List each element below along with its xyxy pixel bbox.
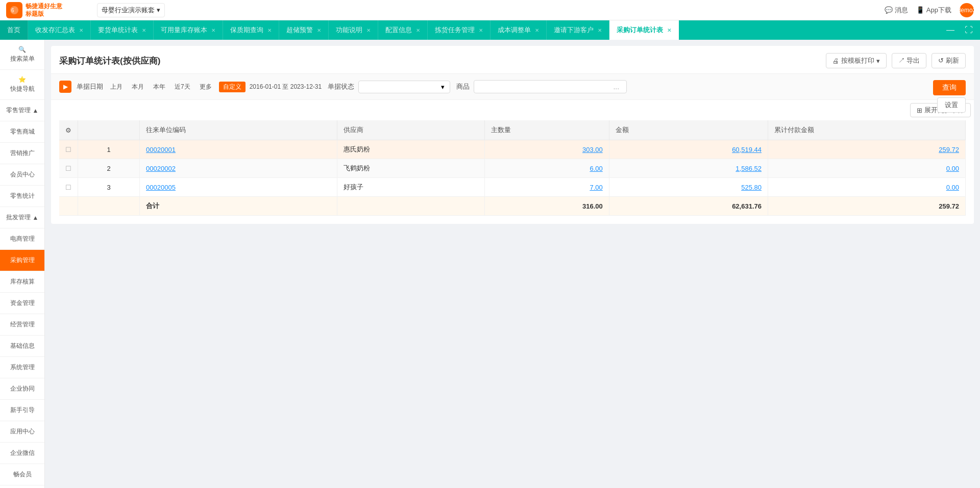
tab-home[interactable]: 首页 [0,20,28,40]
close-icon[interactable]: ✕ [598,28,602,33]
sidebar: 🔍 搜索菜单 ⭐ 快捷导航 零售管理 ▲ 零售商城 营销推广 会员中心 零售统计… [0,40,45,488]
tab-cost-adjust[interactable]: 成本调整单 ✕ [491,20,547,40]
query-button[interactable]: 查询 [933,80,966,95]
tab-pick-task[interactable]: 拣货任务管理 ✕ [428,20,491,40]
close-icon[interactable]: ✕ [416,28,420,33]
top-bar-right: 💬 消息 📱 App下载 demo2 [885,3,974,17]
goods-select[interactable]: ... [474,80,627,93]
col-settings[interactable]: ⚙ [59,120,78,140]
tab-purchase-summary[interactable]: 采购订单统计表 ✕ [609,20,679,40]
table-row[interactable]: ☐ 3 00020005 好孩子 7.00 525.80 0.00 [59,178,966,197]
footer-label: 合计 [140,197,337,216]
sidebar-item-app-center[interactable]: 应用中心 [0,421,44,443]
avatar[interactable]: demo2 [960,3,974,17]
supplier-code[interactable]: 00020002 [140,159,337,178]
sidebar-item-ecommerce[interactable]: 电商管理 [0,228,44,250]
sidebar-item-enterprise-collab[interactable]: 企业协同 [0,378,44,400]
sidebar-item-operation[interactable]: 经营管理 [0,314,44,336]
sidebar-item-retail-stat[interactable]: 零售统计 [0,186,44,207]
this-month-btn[interactable]: 本月 [129,82,147,92]
sidebar-item-inventory[interactable]: 库存核算 [0,271,44,293]
main-layout: 🔍 搜索菜单 ⭐ 快捷导航 零售管理 ▲ 零售商城 营销推广 会员中心 零售统计… [0,40,980,488]
tab-overstock-warning[interactable]: 超储预警 ✕ [279,20,329,40]
sidebar-item-basic[interactable]: 基础信息 [0,336,44,357]
amount[interactable]: 525.80 [609,178,768,197]
supplier-code[interactable]: 00020001 [140,140,337,159]
close-icon[interactable]: ✕ [267,28,272,33]
tab-func-desc[interactable]: 功能说明 ✕ [329,20,378,40]
sidebar-item-newbie[interactable]: 新手引导 [0,400,44,421]
more-date-btn[interactable]: 更多 [197,82,215,92]
last-month-btn[interactable]: 上月 [107,82,126,92]
date-custom-tag[interactable]: 自定义 [219,82,246,92]
table-footer-row: 合计 316.00 62,631.76 259.72 [59,197,966,216]
close-icon[interactable]: ✕ [535,28,539,33]
col-amount: 金额 [609,120,768,140]
last-7days-btn[interactable]: 近7天 [172,82,193,92]
sidebar-item-finance[interactable]: 资金管理 [0,293,44,314]
sidebar-item-member[interactable]: 会员中心 [0,164,44,186]
template-print-button[interactable]: 🖨 按模板打印 ▾ [826,53,887,68]
col-paid-amount: 累计付款金额 [768,120,965,140]
paid-amount[interactable]: 0.00 [768,159,965,178]
tab-available-stock[interactable]: 可用量库存账本 ✕ [154,20,223,40]
settings-button[interactable]: 设置 [937,97,966,113]
minimize-icon[interactable]: — [943,24,958,36]
col-main-qty: 主数量 [485,120,609,140]
filter-area: ▶ 单据日期 上月 本月 本年 近7天 更多 自定义 2016-0 [51,74,974,100]
export-button[interactable]: ↗ 导出 [892,53,927,68]
export-icon: ↗ [898,57,905,64]
star-icon: ⭐ [18,76,26,83]
amount[interactable]: 1,586.52 [609,159,768,178]
sidebar-item-member2[interactable]: 畅会员 [0,464,44,485]
sidebar-item-system[interactable]: 系统管理 [0,357,44,378]
tab-receive-send[interactable]: 收发存汇总表 ✕ [28,20,91,40]
sidebar-item-search[interactable]: 🔍 搜索菜单 [0,40,44,70]
supplier-name: 好孩子 [337,178,485,197]
refresh-button[interactable]: ↺ 刷新 [932,53,966,68]
close-icon[interactable]: ✕ [79,28,83,33]
maximize-icon[interactable]: ⛶ [962,24,976,36]
close-icon[interactable]: ✕ [667,28,671,33]
app-download-button[interactable]: 📱 App下载 [916,6,951,15]
close-icon[interactable]: ✕ [317,28,321,33]
paid-amount[interactable]: 0.00 [768,178,965,197]
sidebar-item-enterprise-wechat[interactable]: 企业微信 [0,443,44,464]
sidebar-item-shortcut[interactable]: ⭐ 快捷导航 [0,70,44,100]
chevron-down-icon: ▾ [157,6,160,14]
row-check[interactable]: ☐ [59,140,78,159]
close-icon[interactable]: ✕ [366,28,371,33]
more-options-icon[interactable]: ... [611,83,621,91]
close-icon[interactable]: ✕ [142,28,146,33]
close-icon[interactable]: ✕ [479,28,483,33]
status-select[interactable]: ▾ [358,81,450,93]
tab-expiry-query[interactable]: 保质期查询 ✕ [223,20,279,40]
row-num: 2 [78,159,140,178]
message-button[interactable]: 💬 消息 [885,6,908,15]
sidebar-item-retail[interactable]: 零售管理 ▲ [0,100,44,121]
sidebar-item-retail-shop[interactable]: 零售商城 [0,121,44,143]
filter-toggle-button[interactable]: ▶ [59,81,71,93]
main-qty[interactable]: 6.00 [485,159,609,178]
tab-order-summary[interactable]: 要货单统计表 ✕ [91,20,154,40]
main-qty[interactable]: 7.00 [485,178,609,197]
sidebar-item-wholesale[interactable]: 批发管理 ▲ [0,207,44,228]
workspace-selector[interactable]: 母婴行业演示账套 ▾ [97,3,165,17]
sidebar-item-purchase[interactable]: 采购管理 [0,250,44,271]
tab-invite-downstream[interactable]: 邀请下游客户 ✕ [547,20,609,40]
tab-config-info[interactable]: 配置信息 ✕ [378,20,428,40]
goods-filter: 商品 ... [456,80,627,93]
close-icon[interactable]: ✕ [211,28,215,33]
amount[interactable]: 60,519.44 [609,140,768,159]
table-row[interactable]: ☐ 2 00020002 飞鹤奶粉 6.00 1,586.52 0.00 [59,159,966,178]
table-row[interactable]: ☐ 1 00020001 惠氏奶粉 303.00 60,519.44 259.7… [59,140,966,159]
row-check[interactable]: ☐ [59,178,78,197]
main-qty[interactable]: 303.00 [485,140,609,159]
paid-amount[interactable]: 259.72 [768,140,965,159]
expand-row: ⊞ 展开更多条件 [51,100,974,120]
sidebar-item-marketing[interactable]: 营销推广 [0,143,44,164]
supplier-code[interactable]: 00020005 [140,178,337,197]
page-container: 采购订单统计表(按供应商) 🖨 按模板打印 ▾ ↗ 导出 ↺ 刷新 [51,46,974,224]
row-check[interactable]: ☐ [59,159,78,178]
this-year-btn[interactable]: 本年 [150,82,168,92]
